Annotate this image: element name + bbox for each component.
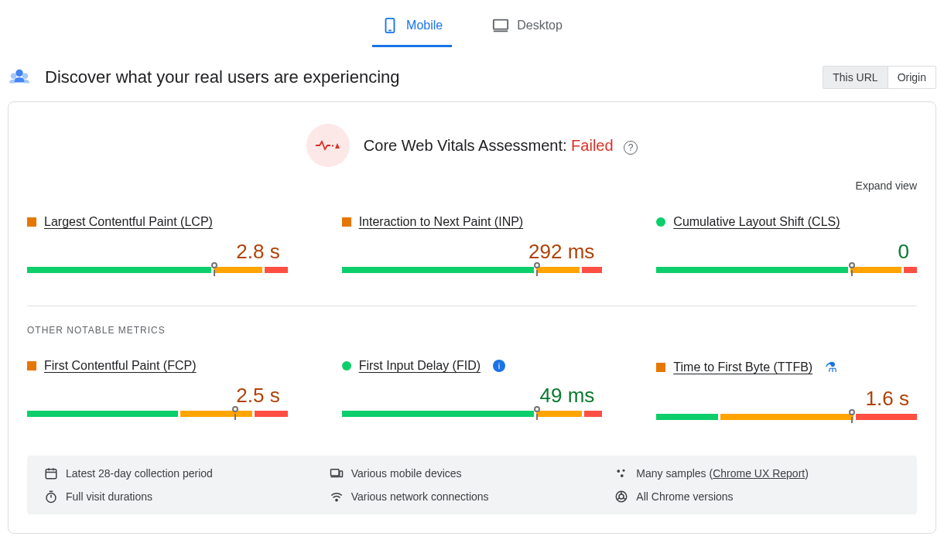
users-icon bbox=[8, 66, 31, 89]
status-bullet-orange bbox=[342, 217, 351, 227]
network-icon bbox=[330, 490, 344, 504]
metric-value-inp: 292 ms bbox=[342, 240, 603, 264]
other-metrics-grid: First Contentful Paint (FCP) 2.5 s First… bbox=[27, 359, 917, 425]
tab-mobile-label: Mobile bbox=[406, 19, 443, 32]
url-origin-toggle: This URL Origin bbox=[823, 66, 936, 89]
metric-cls: Cumulative Layout Shift (CLS) 0 bbox=[656, 215, 917, 278]
tab-desktop[interactable]: Desktop bbox=[483, 9, 572, 47]
mobile-icon bbox=[381, 17, 398, 34]
footer-devices-text: Various mobile devices bbox=[351, 467, 462, 480]
help-icon[interactable]: ? bbox=[624, 141, 638, 155]
footer-durations: Full visit durations bbox=[44, 490, 330, 504]
footer-devices: Various mobile devices bbox=[330, 466, 615, 480]
metric-name-fcp[interactable]: First Contentful Paint (FCP) bbox=[44, 359, 197, 373]
footer-versions: All Chrome versions bbox=[614, 490, 900, 504]
svg-point-4 bbox=[15, 70, 22, 77]
svg-rect-8 bbox=[46, 470, 56, 479]
metric-bar-cls bbox=[656, 267, 917, 278]
metric-value-lcp: 2.8 s bbox=[27, 240, 288, 264]
expand-view-button[interactable]: Expand view bbox=[27, 179, 917, 192]
status-bullet-orange bbox=[27, 217, 36, 227]
chrome-icon bbox=[614, 490, 628, 504]
footer-durations-text: Full visit durations bbox=[66, 490, 152, 503]
assessment-text: Core Web Vitals Assessment: Failed ? bbox=[364, 137, 638, 155]
svg-rect-13 bbox=[339, 471, 342, 477]
status-bullet-green bbox=[342, 361, 351, 370]
footer-network: Various network connections bbox=[330, 490, 615, 504]
page-title: Discover what your real users are experi… bbox=[45, 67, 400, 87]
svg-point-16 bbox=[623, 470, 625, 472]
metric-name-inp[interactable]: Interaction to Next Paint (INP) bbox=[359, 215, 524, 229]
svg-point-6 bbox=[22, 73, 29, 79]
info-icon[interactable]: i bbox=[493, 360, 505, 372]
stopwatch-icon bbox=[44, 490, 58, 504]
svg-point-15 bbox=[617, 470, 621, 473]
divider bbox=[27, 306, 917, 306]
toggle-origin[interactable]: Origin bbox=[888, 67, 935, 88]
metric-bar-ttfb bbox=[656, 414, 917, 425]
other-metrics-label: OTHER NOTABLE METRICS bbox=[27, 325, 917, 336]
samples-icon bbox=[614, 466, 628, 480]
svg-point-21 bbox=[336, 499, 337, 500]
metric-name-fid[interactable]: First Input Delay (FID) bbox=[359, 359, 481, 373]
svg-point-17 bbox=[621, 474, 624, 477]
footer-network-text: Various network connections bbox=[351, 490, 489, 503]
metric-bar-lcp bbox=[27, 267, 288, 278]
footer-samples: Many samples (Chrome UX Report) bbox=[614, 466, 900, 480]
assessment-card: Core Web Vitals Assessment: Failed ? Exp… bbox=[8, 101, 936, 534]
metric-value-cls: 0 bbox=[656, 240, 917, 264]
svg-line-25 bbox=[617, 498, 620, 500]
svg-rect-2 bbox=[494, 20, 508, 29]
footer-period-text: Latest 28-day collection period bbox=[66, 467, 213, 480]
flask-icon[interactable]: ⚗ bbox=[825, 359, 837, 376]
status-bullet-orange bbox=[656, 363, 665, 372]
metric-lcp: Largest Contentful Paint (LCP) 2.8 s bbox=[27, 215, 288, 278]
metric-name-ttfb[interactable]: Time to First Byte (TTFB) bbox=[673, 360, 812, 374]
assessment-label: Core Web Vitals Assessment: bbox=[364, 137, 571, 154]
header-row: Discover what your real users are experi… bbox=[0, 47, 944, 101]
svg-point-5 bbox=[11, 73, 17, 79]
metric-fcp: First Contentful Paint (FCP) 2.5 s bbox=[27, 359, 288, 425]
metric-bar-fid bbox=[342, 411, 603, 422]
device-tabs: Mobile Desktop bbox=[0, 0, 944, 47]
metric-fid: First Input Delay (FID) i 49 ms bbox=[342, 359, 603, 425]
crux-report-link[interactable]: Chrome UX Report bbox=[713, 467, 805, 480]
assessment-fail-icon bbox=[306, 124, 350, 167]
footer-samples-text: Many samples (Chrome UX Report) bbox=[636, 467, 809, 480]
devices-icon bbox=[330, 466, 344, 480]
footer-info: Latest 28-day collection period Various … bbox=[27, 456, 917, 514]
toggle-this-url[interactable]: This URL bbox=[823, 67, 887, 88]
core-metrics-grid: Largest Contentful Paint (LCP) 2.8 s Int… bbox=[27, 215, 917, 278]
metric-name-cls[interactable]: Cumulative Layout Shift (CLS) bbox=[673, 215, 840, 229]
svg-rect-12 bbox=[330, 470, 339, 476]
metric-inp: Interaction to Next Paint (INP) 292 ms bbox=[342, 215, 603, 278]
status-bullet-orange bbox=[27, 361, 36, 370]
metric-value-ttfb: 1.6 s bbox=[656, 387, 917, 411]
assessment-status: Failed bbox=[571, 137, 613, 154]
metric-value-fcp: 2.5 s bbox=[27, 384, 288, 408]
footer-versions-text: All Chrome versions bbox=[636, 490, 733, 503]
tab-desktop-label: Desktop bbox=[517, 19, 563, 32]
assessment-row: Core Web Vitals Assessment: Failed ? bbox=[27, 124, 917, 167]
metric-bar-inp bbox=[342, 267, 603, 278]
tab-mobile[interactable]: Mobile bbox=[372, 9, 452, 47]
desktop-icon bbox=[492, 17, 509, 34]
calendar-icon bbox=[44, 466, 58, 480]
metric-bar-fcp bbox=[27, 411, 288, 422]
footer-period: Latest 28-day collection period bbox=[44, 466, 330, 480]
svg-line-26 bbox=[624, 498, 626, 500]
status-bullet-green bbox=[656, 217, 665, 227]
metric-value-fid: 49 ms bbox=[342, 384, 603, 408]
metric-name-lcp[interactable]: Largest Contentful Paint (LCP) bbox=[44, 215, 213, 229]
metric-ttfb: Time to First Byte (TTFB) ⚗ 1.6 s bbox=[656, 359, 917, 425]
